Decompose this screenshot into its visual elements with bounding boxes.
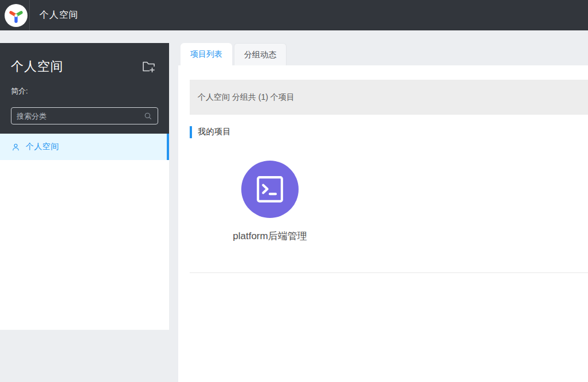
group-summary-text: 个人空间 分组共 (1) 个项目 bbox=[198, 92, 295, 103]
page-body: 个人空间 简介: bbox=[0, 30, 588, 382]
y-logo-icon bbox=[5, 4, 28, 27]
add-group-button[interactable] bbox=[141, 59, 156, 74]
tab-group-activity[interactable]: 分组动态 bbox=[234, 43, 287, 65]
group-list: 个人空间 bbox=[0, 134, 169, 330]
section-header: 我的项目 bbox=[190, 126, 588, 138]
project-card[interactable]: platform后端管理 bbox=[218, 161, 322, 243]
group-intro-label: 简介: bbox=[11, 86, 158, 96]
topbar-title: 个人空间 bbox=[40, 9, 79, 21]
search-input[interactable] bbox=[17, 112, 143, 120]
project-avatar bbox=[241, 161, 299, 218]
user-icon bbox=[11, 143, 20, 151]
project-name: platform后端管理 bbox=[218, 229, 322, 243]
topbar-divider bbox=[29, 0, 30, 30]
main-area: 项目列表 分组动态 个人空间 分组共 (1) 个项目 我的项目 bbox=[178, 43, 588, 382]
top-navbar: 个人空间 bbox=[0, 0, 588, 30]
folder-add-icon bbox=[142, 60, 156, 73]
sidebar-header-panel: 个人空间 简介: bbox=[0, 43, 169, 134]
terminal-code-icon bbox=[253, 173, 287, 206]
tab-content: 个人空间 分组共 (1) 个项目 我的项目 platform后端管理 bbox=[178, 65, 588, 382]
sidebar-item-label: 个人空间 bbox=[26, 142, 59, 152]
sidebar-item-personal-space[interactable]: 个人空间 bbox=[0, 134, 169, 160]
tab-bar: 项目列表 分组动态 bbox=[178, 43, 588, 65]
section-title: 我的项目 bbox=[198, 127, 231, 137]
content-divider bbox=[190, 272, 588, 273]
group-sidebar: 个人空间 简介: bbox=[0, 43, 169, 330]
section-accent-bar bbox=[190, 126, 192, 138]
group-summary-banner: 个人空间 分组共 (1) 个项目 bbox=[190, 80, 588, 115]
tab-project-list[interactable]: 项目列表 bbox=[181, 43, 232, 65]
app-logo[interactable] bbox=[5, 4, 28, 27]
sidebar-title: 个人空间 bbox=[11, 58, 64, 75]
search-box bbox=[11, 107, 158, 124]
search-icon[interactable] bbox=[143, 111, 152, 120]
